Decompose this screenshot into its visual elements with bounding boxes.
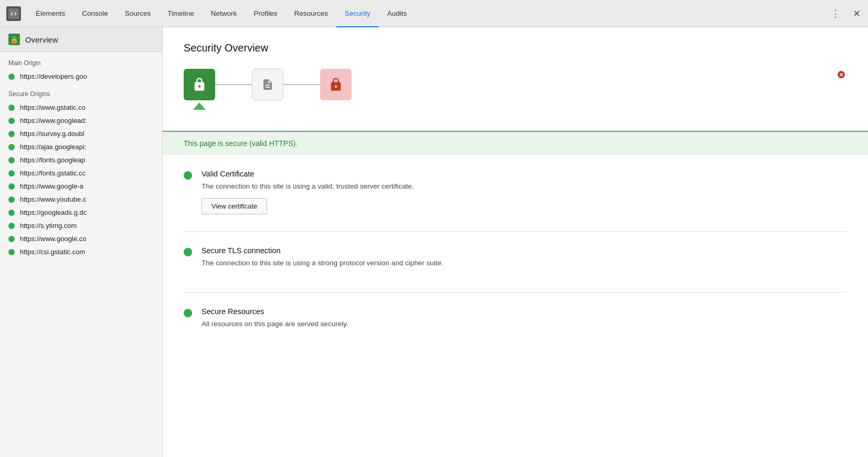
sidebar: 🔒 Overview Main Origin https://developer…: [0, 27, 163, 457]
svg-rect-1: [8, 8, 19, 19]
tab-resources[interactable]: Resources: [285, 0, 336, 27]
secure-origin-url: https://fonts.gstatic.cc: [20, 169, 86, 177]
divider-1: [184, 231, 847, 232]
resources-desc: All resources on this page are served se…: [202, 319, 348, 329]
tls-title: Secure TLS connection: [202, 246, 443, 255]
list-item[interactable]: https://survey.g.doubl: [0, 127, 162, 140]
list-item[interactable]: https://s.ytimg.com: [0, 219, 162, 232]
secure-banner: This page is secure (valid HTTPS).: [163, 131, 868, 155]
certificate-status-dot: [184, 171, 192, 180]
certificate-body: Valid Certificate The connection to this…: [202, 170, 414, 214]
tab-bar-actions: ⋮ ✕: [828, 6, 864, 21]
lock-icon-wrapper: [184, 69, 215, 100]
tab-profiles[interactable]: Profiles: [245, 0, 285, 27]
certificate-title: Valid Certificate: [202, 170, 414, 178]
content-panel: Security Overview: [163, 27, 868, 457]
secure-origin-dot: [8, 118, 15, 124]
view-certificate-button[interactable]: View certificate: [202, 198, 267, 214]
list-item[interactable]: https://csi.gstatic.com: [0, 245, 162, 258]
devtools-logo: [4, 4, 23, 23]
tab-console[interactable]: Console: [73, 0, 117, 27]
resources-body: Secure Resources All resources on this p…: [202, 307, 348, 336]
main-origin-dot: [8, 74, 15, 80]
secure-origin-url: https://survey.g.doubl: [20, 130, 84, 138]
tab-network[interactable]: Network: [203, 0, 246, 27]
main-layout: 🔒 Overview Main Origin https://developer…: [0, 27, 868, 457]
list-item[interactable]: https://www.google.co: [0, 232, 162, 245]
secure-banner-text: This page is secure (valid HTTPS).: [184, 139, 298, 148]
tls-item: Secure TLS connection The connection to …: [184, 246, 847, 275]
insecure-lock-icon: ✕: [320, 69, 352, 100]
content-inner: Security Overview: [163, 27, 868, 373]
diagram-arrow: [193, 102, 206, 110]
security-diagram-wrapper: ✕: [184, 69, 847, 115]
sidebar-overview-item[interactable]: 🔒 Overview: [0, 27, 162, 52]
secure-origin-url: https://www.youtube.c: [20, 195, 86, 203]
secure-origin-dot: [8, 105, 15, 111]
close-button[interactable]: ✕: [849, 6, 864, 21]
page-title: Security Overview: [184, 42, 847, 54]
secure-origin-dot: [8, 131, 15, 137]
secure-origins-section-label: Secure Origins: [0, 83, 162, 101]
secure-origin-dot: [8, 210, 15, 216]
list-item[interactable]: https://www.googlead:: [0, 114, 162, 127]
secure-origin-dot: [8, 183, 15, 190]
list-item[interactable]: https://www.google-a: [0, 180, 162, 193]
secure-origin-dot: [8, 223, 15, 229]
secure-origin-dot: [8, 157, 15, 163]
tab-security[interactable]: Security: [336, 0, 379, 27]
main-origin-item[interactable]: https://developers.goo: [0, 70, 162, 83]
secure-origin-url: https://fonts.googleap: [20, 156, 85, 164]
list-item[interactable]: https://www.gstatic.co: [0, 101, 162, 114]
secure-origin-url: https://s.ytimg.com: [20, 222, 77, 230]
tab-elements[interactable]: Elements: [27, 0, 73, 27]
resources-title: Secure Resources: [202, 307, 348, 316]
tab-bar: Elements Console Sources Timeline Networ…: [0, 0, 868, 27]
tls-body: Secure TLS connection The connection to …: [202, 246, 443, 275]
list-item[interactable]: https://www.youtube.c: [0, 193, 162, 206]
secure-origin-dot: [8, 144, 15, 150]
main-origin-url: https://developers.goo: [20, 72, 87, 80]
secure-origin-dot: [8, 196, 15, 203]
secure-origin-dot: [8, 236, 15, 242]
diagram-line-1: [215, 84, 252, 85]
security-diagram: ✕: [184, 69, 847, 115]
secure-origin-url: https://www.google-a: [20, 182, 83, 190]
tab-audits[interactable]: Audits: [379, 0, 416, 27]
more-options-button[interactable]: ⋮: [828, 6, 843, 21]
document-icon: [252, 69, 283, 100]
resources-item: Secure Resources All resources on this p…: [184, 307, 847, 336]
divider-2: [184, 292, 847, 293]
secure-origin-url: https://ajax.googleapi:: [20, 143, 86, 151]
tab-timeline[interactable]: Timeline: [159, 0, 203, 27]
secure-origin-url: https://www.googlead:: [20, 117, 87, 124]
secure-origin-url: https://www.google.co: [20, 235, 86, 243]
list-item[interactable]: https://fonts.gstatic.cc: [0, 167, 162, 180]
main-origin-section-label: Main Origin: [0, 52, 162, 70]
certificate-desc: The connection to this site is using a v…: [202, 181, 414, 192]
list-item[interactable]: https://ajax.googleapi:: [0, 140, 162, 153]
tls-desc: The connection to this site is using a s…: [202, 258, 443, 268]
tls-status-dot: [184, 248, 192, 256]
secure-origin-dot: [8, 249, 15, 255]
resources-status-dot: [184, 309, 192, 317]
secure-origin-url: https://csi.gstatic.com: [20, 248, 85, 256]
secure-origin-url: https://googleads.g.dc: [20, 209, 87, 216]
secure-origin-url: https://www.gstatic.co: [20, 103, 86, 111]
overview-lock-icon: 🔒: [8, 34, 20, 45]
tab-sources[interactable]: Sources: [117, 0, 160, 27]
certificate-item: Valid Certificate The connection to this…: [184, 170, 847, 214]
list-item[interactable]: https://googleads.g.dc: [0, 206, 162, 219]
secure-origin-dot: [8, 170, 15, 176]
list-item[interactable]: https://fonts.googleap: [0, 153, 162, 167]
secure-lock-icon: [184, 69, 215, 100]
sidebar-overview-label: Overview: [25, 35, 58, 44]
diagram-line-2: [283, 84, 320, 85]
